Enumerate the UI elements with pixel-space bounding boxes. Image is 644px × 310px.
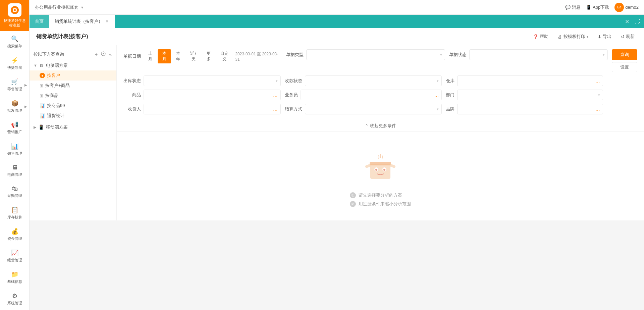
active-scheme-dot: ● <box>40 73 45 78</box>
collapse-panel-button[interactable]: « <box>108 51 112 58</box>
sidebar-item-purchase[interactable]: 🛍 采购管理 <box>0 181 29 202</box>
window-maximize-button[interactable]: ⛶ <box>633 17 641 26</box>
sidebar-item-basic-info[interactable]: 📁 基础信息 <box>0 267 29 288</box>
home-tab-label: 首页 <box>35 18 44 24</box>
sidebar-item-marketing[interactable]: 📢 营销推广 <box>0 117 29 139</box>
doc-status-input[interactable]: ▾ <box>469 49 608 60</box>
refresh-label: 刷新 <box>626 34 635 40</box>
ecommerce-icon: 🖥 <box>12 164 18 171</box>
body-area: 按以下方案查询 + « ▼ <box>30 45 644 220</box>
tab-close-icon[interactable]: ✕ <box>105 19 109 24</box>
message-button[interactable]: 💬 消息 <box>565 4 581 10</box>
collapse-filters-button[interactable]: ⌃ 收起更多条件 <box>117 120 644 132</box>
receiver-input[interactable]: … <box>144 104 281 114</box>
scheme-query-title: 按以下方案查询 <box>34 51 64 57</box>
scheme-item-by-goods-99[interactable]: 📊 按商品99 <box>30 101 116 111</box>
warehouse-label: 仓库 <box>446 78 454 84</box>
sidebar-item-retail[interactable]: 🛒 零售管理 ▶ <box>0 74 29 96</box>
sidebar-item-system[interactable]: ⚙ 系统管理 <box>0 288 29 310</box>
scheme-group-label: 电脑端方案 <box>46 62 68 68</box>
logo[interactable]: 畅捷通好生意 标准版 <box>0 0 29 31</box>
refresh-button[interactable]: ↺ 刷新 <box>618 32 637 41</box>
date-label: 单据日期 <box>123 53 141 59</box>
goods-dots-icon: … <box>273 92 278 98</box>
scheme-item-return-stat[interactable]: 📊 退货统计 <box>30 111 116 121</box>
wholesale-icon: 📦 <box>11 100 18 107</box>
empty-tip-2: ② 用过滤条件来缩小分析范围 <box>350 201 411 207</box>
sidebar-item-label: 库存核算 <box>7 215 22 220</box>
sidebar-item-wholesale[interactable]: 📦 批发管理 ▶ <box>0 96 29 117</box>
sidebar-item-inventory[interactable]: 📋 库存核算 <box>0 202 29 224</box>
warehouse-input[interactable]: … <box>457 75 603 86</box>
retail-icon: 🛒 <box>11 78 18 86</box>
sidebar-item-finance[interactable]: 💰 资金管理 <box>0 224 29 245</box>
tip-text-1: 请先选择要分析的方案 <box>359 192 402 198</box>
brand-dots-icon: … <box>595 106 600 112</box>
scheme-item-by-customer-goods[interactable]: ⊞ 按客户+商品 <box>30 81 116 91</box>
edit-scheme-button[interactable] <box>100 51 106 58</box>
date-btn-7days[interactable]: 近7天 <box>185 49 201 63</box>
app-download-label: App下载 <box>593 4 609 10</box>
export-button[interactable]: ⬇ 导出 <box>595 32 614 41</box>
sidebar-item-operations[interactable]: 📈 经营管理 <box>0 245 29 267</box>
tab-home[interactable]: 首页 <box>30 15 49 28</box>
settlement-dropdown-icon: ▾ <box>437 107 439 111</box>
brand-input[interactable]: … <box>457 104 603 114</box>
scheme-group-mobile-header[interactable]: ▶ 📱 移动端方案 <box>30 122 116 132</box>
date-btn-more[interactable]: 更多 <box>202 49 215 63</box>
salesman-input[interactable]: … <box>301 90 442 100</box>
app-download-button[interactable]: 📱 App下载 <box>586 4 609 10</box>
settings-button[interactable]: 设置 <box>612 62 637 72</box>
scheme-group-label: 移动端方案 <box>46 124 68 130</box>
export-label: 导出 <box>603 34 611 40</box>
sidebar-item-quick-nav[interactable]: ⚡ 快捷导航 <box>0 53 29 74</box>
sidebar-item-label: 经营管理 <box>7 258 22 263</box>
sidebar-item-sales[interactable]: 📊 销售管理 <box>0 139 29 160</box>
date-btn-this-month[interactable]: 本月 <box>158 49 171 63</box>
basic-info-icon: 📁 <box>11 271 18 278</box>
payment-status-input[interactable]: ▾ <box>305 75 442 86</box>
account-dropdown-icon[interactable]: ▾ <box>81 5 83 10</box>
date-btn-this-year[interactable]: 本年 <box>172 49 185 63</box>
left-panel-header: 按以下方案查询 + « <box>30 48 116 60</box>
sidebar-item-label: 批发管理 <box>7 108 22 113</box>
goods-input[interactable]: … <box>144 90 281 100</box>
sidebar-item-label: 销售管理 <box>7 151 22 156</box>
tab-sales-stat[interactable]: 销货单统计表（按客户） ✕ <box>49 15 115 28</box>
account-title: 办公用品行业模拟账套 <box>35 4 78 10</box>
print-button[interactable]: 🖨 按模板打印 ▾ <box>555 32 591 41</box>
settlement-input[interactable]: ▾ <box>305 104 442 114</box>
svg-point-1 <box>14 9 16 11</box>
scheme-group-desktop: ▼ 🖥 电脑端方案 ● 按客户 ⊞ 按客户+商品 ⊞ 按商品 <box>30 60 116 121</box>
doc-type-label: 单据类型 <box>286 52 304 58</box>
window-close-button[interactable]: ✕ <box>624 17 631 26</box>
query-button[interactable]: 查询 <box>612 49 637 60</box>
scheme-group-desktop-header[interactable]: ▼ 🖥 电脑端方案 <box>30 60 116 70</box>
scheme-item-by-customer[interactable]: ● 按客户 <box>30 70 116 81</box>
scheme-item-by-goods[interactable]: ⊞ 按商品 <box>30 91 116 101</box>
doc-type-input[interactable]: ▾ <box>306 49 445 60</box>
ship-status-input[interactable]: ▾ <box>144 75 281 86</box>
search-menu-icon: 🔍 <box>11 35 18 43</box>
add-scheme-button[interactable]: + <box>94 51 98 58</box>
print-dropdown-icon: ▾ <box>587 35 588 39</box>
system-icon: ⚙ <box>12 292 17 300</box>
tip-number-2: ② <box>350 201 356 207</box>
chevron-right-icon: ▶ <box>24 104 27 108</box>
sidebar-item-ecommerce[interactable]: 🖥 电商管理 <box>0 160 29 181</box>
purchase-icon: 🛍 <box>12 185 18 192</box>
svg-rect-5 <box>370 162 391 165</box>
date-btn-custom[interactable]: 自定义 <box>216 49 233 63</box>
help-button[interactable]: ❓ 帮助 <box>530 32 551 41</box>
scheme-item-label: 按客户 <box>47 72 60 79</box>
sidebar-item-search-menu[interactable]: 🔍 搜索菜单 <box>0 31 29 53</box>
scheme-group-arrow-icon: ▼ <box>34 63 37 67</box>
date-btn-last-month[interactable]: 上月 <box>144 49 157 63</box>
marketing-icon: 📢 <box>11 121 18 128</box>
dept-input[interactable]: ▾ <box>457 90 603 100</box>
user-menu[interactable]: Ea demo2 <box>614 3 639 12</box>
tip-number-1: ① <box>350 192 356 198</box>
page-title: 销货单统计表(按客户) <box>36 33 88 44</box>
scheme-item-icon: ⊞ <box>40 83 43 88</box>
message-label: 消息 <box>572 4 581 10</box>
